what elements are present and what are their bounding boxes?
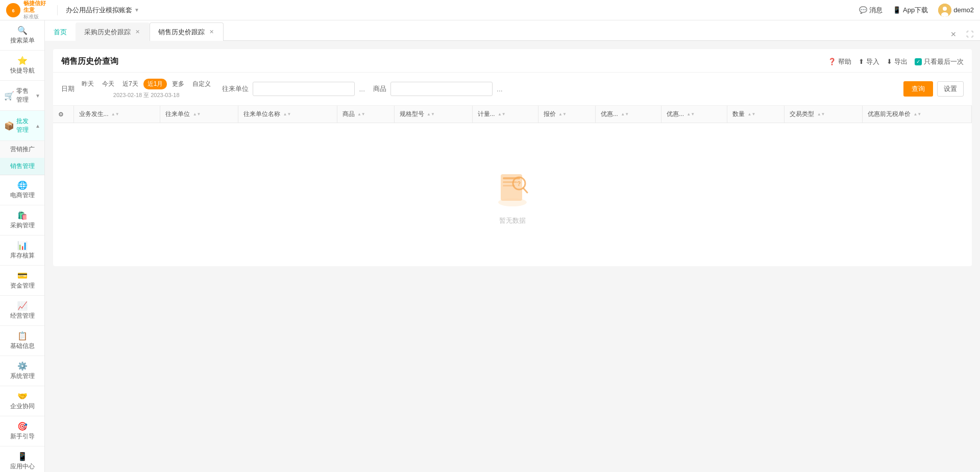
sort-arrows-trade-type: ▲▼ <box>817 112 825 116</box>
svg-line-11 <box>523 188 527 193</box>
export-icon: ⬇ <box>887 58 892 65</box>
help-icon: ❓ <box>828 58 836 65</box>
sidebar-item-sales[interactable]: 销售管理 <box>0 158 44 175</box>
sidebar-item-label: 基础信息 <box>10 342 35 350</box>
tab-close-purchase[interactable]: ✕ <box>134 29 141 36</box>
query-button[interactable]: 查询 <box>903 81 933 97</box>
target-icon: 🎯 <box>17 421 28 431</box>
sidebar-item-system[interactable]: ⚙️ 系统管理 <box>0 356 44 386</box>
date-btn-custom[interactable]: 自定义 <box>189 79 214 89</box>
partner-lookup-dots[interactable]: ... <box>359 85 365 93</box>
wholesale-submenu: 营销推广 销售管理 <box>0 141 44 175</box>
app-download-button[interactable]: 📱 App下载 <box>893 6 928 15</box>
date-btn-yesterday[interactable]: 昨天 <box>79 79 97 89</box>
sidebar-item-search-menu[interactable]: 🔍 搜索菜单 <box>0 20 44 51</box>
date-btn-1month[interactable]: 近1月 <box>143 79 167 89</box>
tab-home[interactable]: 首页 <box>45 22 76 41</box>
sidebar: 🔍 搜索菜单 ⭐ 快捷导航 🛒 零售管理 ▼ 📦 批发管理 ▲ 营销推广 销售管… <box>0 20 45 472</box>
sidebar-item-label: 快捷导航 <box>10 66 35 75</box>
date-btn-7days[interactable]: 近7天 <box>119 79 141 89</box>
sidebar-item-ecommerce[interactable]: 🌐 电商管理 <box>0 175 44 205</box>
sidebar-item-purchase[interactable]: 🛍️ 采购管理 <box>0 205 44 235</box>
filter-actions: 查询 设置 <box>903 81 964 97</box>
th-trade-type[interactable]: 交易类型 ▲▼ <box>785 106 863 123</box>
globe-icon: 🌐 <box>17 180 28 190</box>
th-quantity[interactable]: 数量 ▲▼ <box>727 106 785 123</box>
tab-close-sales[interactable]: ✕ <box>208 29 215 36</box>
date-shortcuts: 昨天 今天 近7天 近1月 更多 自定义 2023-02-18 至 2023-0… <box>79 79 214 99</box>
th-price[interactable]: 报价 ▲▼ <box>538 106 595 123</box>
only-last-checkbox[interactable]: ✓ 只看最后一次 <box>915 57 964 66</box>
sidebar-item-label: 资金管理 <box>10 281 35 290</box>
sidebar-item-guide[interactable]: 🎯 新手引导 <box>0 416 44 446</box>
main-layout: 🔍 搜索菜单 ⭐ 快捷导航 🛒 零售管理 ▼ 📦 批发管理 ▲ 营销推广 销售管… <box>0 20 980 472</box>
tab-sales-history[interactable]: 销售历史价跟踪 ✕ <box>150 22 224 41</box>
sort-arrows-spec: ▲▼ <box>427 112 435 116</box>
th-partner-name[interactable]: 往来单位名称 ▲▼ <box>238 106 337 123</box>
trend-icon: 📈 <box>17 301 28 311</box>
sidebar-item-label: 经营管理 <box>10 312 35 320</box>
sidebar-item-label: 应用中心 <box>10 462 35 471</box>
sidebar-item-wholesale[interactable]: 📦 批发管理 ▲ <box>0 111 44 141</box>
tab-purchase-history[interactable]: 采购历史价跟踪 ✕ <box>76 22 150 41</box>
help-button[interactable]: ❓ 帮助 <box>828 57 851 66</box>
header-left: 6 畅捷信好生意 标准版 办公用品行业模拟账套 ▼ <box>6 0 139 20</box>
settings-button[interactable]: 设置 <box>937 81 964 97</box>
partner-label: 往来单位 <box>222 84 249 93</box>
header-right: 💬 消息 📱 App下载 demo2 <box>859 4 974 17</box>
date-label: 日期 <box>61 84 75 93</box>
product-lookup-dots[interactable]: ... <box>497 85 503 93</box>
tab-bar: 首页 采购历史价跟踪 ✕ 销售历史价跟踪 ✕ ✕ ⛶ <box>45 20 980 41</box>
th-partner-code[interactable]: 往来单位 ▲▼ <box>160 106 238 123</box>
svg-text:6: 6 <box>12 8 14 13</box>
sort-arrows-product: ▲▼ <box>357 112 365 116</box>
header-divider <box>57 5 58 15</box>
sidebar-item-label: 采购管理 <box>10 221 35 230</box>
sidebar-item-finance[interactable]: 💳 资金管理 <box>0 266 44 296</box>
message-icon: 💬 <box>859 6 867 14</box>
sidebar-item-enterprise[interactable]: 🤝 企业协同 <box>0 386 44 416</box>
title-actions: ❓ 帮助 ⬆ 导入 ⬇ 导出 ✓ 只看最后一次 <box>828 57 964 66</box>
svg-point-3 <box>943 7 947 11</box>
th-unit[interactable]: 计量... ▲▼ <box>472 106 538 123</box>
th-product[interactable]: 商品 ▲▼ <box>337 106 394 123</box>
sidebar-item-apps[interactable]: 📱 应用中心 <box>0 446 44 472</box>
sidebar-item-inventory[interactable]: 📊 库存核算 <box>0 235 44 266</box>
export-button[interactable]: ⬇ 导出 <box>887 57 908 66</box>
th-tax-price[interactable]: 优惠前无税单价 ▲▼ <box>863 106 972 123</box>
table-container: ⚙ 业务发生... ▲▼ 往来单位 ▲▼ <box>53 106 972 266</box>
page-title: 销售历史价查询 <box>61 56 118 67</box>
import-button[interactable]: ⬆ 导入 <box>859 57 879 66</box>
table-header-row: ⚙ 业务发生... ▲▼ 往来单位 ▲▼ <box>53 106 972 123</box>
message-button[interactable]: 💬 消息 <box>859 6 883 15</box>
logo-icon: 6 <box>6 3 20 17</box>
sidebar-item-label: 企业协同 <box>10 402 35 411</box>
star-icon: ⭐ <box>17 56 28 65</box>
info-icon: 📋 <box>17 331 28 341</box>
date-btn-today[interactable]: 今天 <box>99 79 117 89</box>
th-settings[interactable]: ⚙ <box>53 106 74 123</box>
sidebar-item-operations[interactable]: 📈 经营管理 <box>0 296 44 326</box>
close-tab-btn[interactable]: ✕ <box>947 28 960 40</box>
settings-icon: ⚙️ <box>17 361 28 371</box>
shopping-icon: 🛍️ <box>17 210 28 220</box>
product-filter-group: 商品 ... <box>373 82 503 96</box>
th-discount1[interactable]: 优惠... ▲▼ <box>595 106 661 123</box>
th-spec[interactable]: 规格型号 ▲▼ <box>394 106 472 123</box>
partner-input[interactable] <box>253 82 355 96</box>
sidebar-item-shortcuts[interactable]: ⭐ 快捷导航 <box>0 51 44 81</box>
th-discount2[interactable]: 优惠... ▲▼ <box>662 106 727 123</box>
cart-icon: 🛒 <box>4 91 14 101</box>
user-profile[interactable]: demo2 <box>938 4 974 17</box>
sidebar-item-basic[interactable]: 📋 基础信息 <box>0 326 44 356</box>
template-selector[interactable]: 办公用品行业模拟账套 ▼ <box>66 6 139 15</box>
th-biz-date[interactable]: 业务发生... ▲▼ <box>74 106 160 123</box>
sort-arrows-biz-date: ▲▼ <box>111 112 119 116</box>
sidebar-item-retail[interactable]: 🛒 零售管理 ▼ <box>0 81 44 111</box>
date-btn-more[interactable]: 更多 <box>169 79 187 89</box>
top-header: 6 畅捷信好生意 标准版 办公用品行业模拟账套 ▼ 💬 消息 📱 App下载 <box>0 0 980 20</box>
maximize-btn[interactable]: ⛶ <box>964 28 976 40</box>
sort-arrows-quantity: ▲▼ <box>747 112 755 116</box>
sidebar-item-marketing[interactable]: 营销推广 <box>0 141 44 158</box>
product-input[interactable] <box>390 82 493 96</box>
